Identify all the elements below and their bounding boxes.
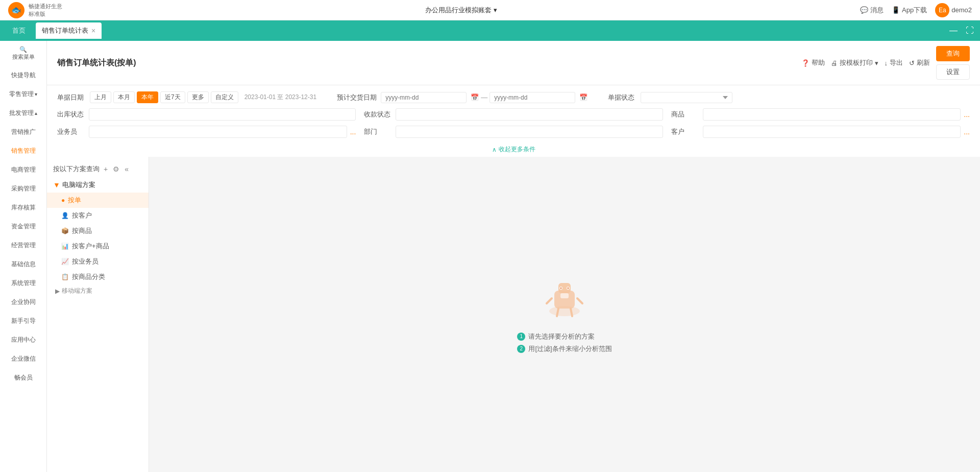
chevron-down-icon: ▾ [494,6,497,14]
main-layout: 🔍 搜索菜单 零售管理 快捷导航 零售管理 ▾ 批发管理 ▴ 营销推广 销售管理… [0,41,980,472]
scheme-add-icon[interactable]: + [103,164,109,174]
salesman-ellipsis[interactable]: ... [350,128,356,136]
expected-date-from[interactable] [381,92,467,103]
dept-select[interactable] [396,126,663,138]
company-selector[interactable]: 办公用品行业模拟账套 ▾ [425,6,497,15]
app-download-btn[interactable]: 📱 App下载 [892,6,927,15]
avatar: Ea [935,3,949,17]
export-icon: ↓ [885,59,888,67]
logo-text: 畅捷通好生意 标准版 [29,3,62,17]
filter-mid-row: 出库状态 收款状态 商品 ... [57,108,970,121]
message-btn[interactable]: 💬 消息 [860,6,884,15]
tab-close-icon[interactable]: × [91,27,95,35]
scheme-group-pc-header[interactable]: ▼ 电脑端方案 [47,177,149,193]
doc-status-select-wrap [641,92,970,103]
scheme-collapse-icon[interactable]: « [124,164,130,174]
refresh-btn[interactable]: ↺ 刷新 [909,58,930,67]
empty-illustration [539,273,590,324]
sidebar-item-retail[interactable]: 零售管理 ▾ [0,85,46,104]
sidebar-item-guide[interactable]: 新手引导 [0,312,46,331]
sidebar-item-operations[interactable]: 经营管理 [0,236,46,255]
help-btn[interactable]: ❓ 帮助 [801,58,825,67]
svg-rect-7 [560,293,569,298]
tip-1: 1 请先选择要分析的方案 [517,332,611,341]
salesman-input[interactable] [89,126,347,138]
salesman-cell: 业务员 ... [57,126,356,138]
scheme-item-by-salesman[interactable]: 📈 按业务员 [47,254,149,269]
filter-date-row: 单据日期 上月 本月 本年 近7天 更多 自定义 2023-01-01 至 20… [57,91,970,103]
sidebar-item-appstore[interactable]: 应用中心 [0,331,46,349]
this-year-btn[interactable]: 本年 [137,91,158,103]
sidebar-item-purchase[interactable]: 采购管理 [0,179,46,198]
scheme-item-by-customer-product[interactable]: 📊 按客户+商品 [47,239,149,254]
sidebar-item-finance[interactable]: 资金管理 [0,217,46,236]
scheme-item-by-customer[interactable]: 👤 按客户 [47,208,149,223]
tab-home[interactable]: 首页 [4,20,34,41]
product-input[interactable] [703,108,961,121]
export-btn[interactable]: ↓ 导出 [885,58,903,67]
sidebar-quick-nav[interactable]: 零售管理 快捷导航 [0,66,46,85]
scheme-group-mobile[interactable]: ▶ 移动端方案 [47,285,149,297]
sidebar-item-basic[interactable]: 基础信息 [0,255,46,274]
sidebar-item-ecommerce[interactable]: 电商管理 [0,160,46,179]
sidebar-item-inventory[interactable]: 库存核算 [0,198,46,217]
sidebar-item-corp[interactable]: 企业协同 [0,293,46,312]
query-button[interactable]: 查询 [936,46,970,61]
collapse-btn[interactable]: ∧ 收起更多条件 [47,142,980,157]
doc-status-label: 单据状态 [608,93,636,102]
last-month-btn[interactable]: 上月 [90,91,111,103]
scheme-item-by-order[interactable]: ● 按单 [47,193,149,208]
svg-line-9 [577,298,582,303]
this-month-btn[interactable]: 本月 [113,91,135,103]
chart-icon: 📊 [61,243,69,250]
collapse-icon: ∧ [492,146,497,153]
body-layout: 按以下方案查询 + ⚙ « ▼ 电脑端方案 ● 按单 [47,157,980,472]
collection-status-label: 收款状态 [364,110,393,119]
custom-btn[interactable]: 自定义 [211,91,238,103]
username-label: demo2 [951,6,972,14]
bar-chart-icon: 📈 [61,258,69,265]
sidebar-item-member[interactable]: 畅会员 [0,368,46,387]
chevron-right-icon: ▶ [55,288,60,295]
tab-sales-stat[interactable]: 销售订单统计表 × [36,22,102,39]
user-icon: 👤 [61,212,69,219]
search-icon: 🔍 [19,46,27,53]
calendar-icon2[interactable]: 📅 [579,93,587,101]
customer-input[interactable] [703,126,961,138]
ship-status-select[interactable] [89,108,356,121]
product-ellipsis[interactable]: ... [964,110,970,119]
product-label: 商品 [671,110,700,119]
user-menu[interactable]: Ea demo2 [935,3,972,17]
more-btn[interactable]: 更多 [187,91,209,103]
sidebar-item-sales[interactable]: 销售管理 [0,141,46,160]
svg-line-8 [547,298,552,303]
content-area: 销售订单统计表(按单) ❓ 帮助 🖨 按模板打印 ▾ ↓ 导出 ↺ 刷新 [47,41,980,472]
scheme-panel: 按以下方案查询 + ⚙ « ▼ 电脑端方案 ● 按单 [47,157,149,472]
scheme-item-by-category[interactable]: 📋 按商品分类 [47,269,149,285]
collection-status-cell: 收款状态 [364,108,663,121]
expected-date-to[interactable] [489,92,575,103]
svg-point-6 [567,287,569,289]
radio-icon: ● [61,197,65,204]
calendar-icon1[interactable]: 📅 [471,93,479,101]
empty-tips: 1 请先选择要分析的方案 2 用[过滤]条件来缩小分析范围 [517,332,611,357]
maximize-icon[interactable]: ⛶ [964,24,976,37]
collection-status-select[interactable] [396,108,663,121]
sidebar-item-wholesale[interactable]: 批发管理 ▴ [0,104,46,123]
doc-date-label: 单据日期 [57,93,86,102]
chevron-down-icon: ▼ [53,181,60,189]
sidebar-item-marketing[interactable]: 营销推广 [0,123,46,141]
sidebar-search[interactable]: 🔍 搜索菜单 [0,41,46,66]
customer-ellipsis[interactable]: ... [964,128,970,136]
minimize-icon[interactable]: — [947,24,960,37]
scheme-settings-icon[interactable]: ⚙ [112,164,120,174]
scheme-group-pc: ▼ 电脑端方案 ● 按单 👤 按客户 📦 按商品 [47,177,149,285]
svg-point-5 [560,287,561,289]
sidebar-item-system[interactable]: 系统管理 [0,274,46,293]
last-7days-btn[interactable]: 近7天 [160,91,185,103]
doc-status-select[interactable] [641,92,732,103]
sidebar-item-wechat[interactable]: 企业微信 [0,349,46,368]
scheme-item-by-product[interactable]: 📦 按商品 [47,223,149,239]
settings-button[interactable]: 设置 [936,64,970,80]
print-btn[interactable]: 🖨 按模板打印 ▾ [831,58,878,67]
